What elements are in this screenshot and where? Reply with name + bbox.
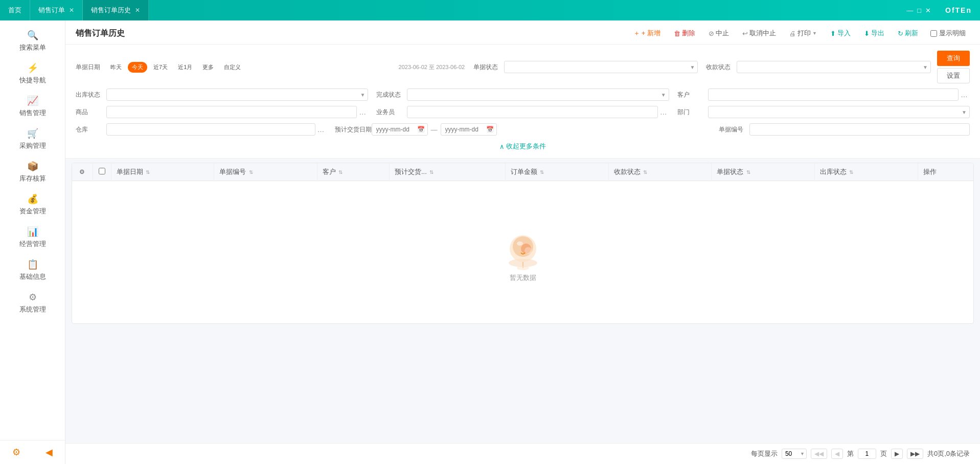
warehouse-input[interactable] — [106, 123, 315, 136]
date-chip-custom[interactable]: 自定义 — [220, 62, 245, 73]
th-order-amount-label: 订单金额 — [511, 168, 537, 175]
sidebar-item-purchase[interactable]: 🛒 采购管理 — [0, 123, 65, 156]
quick-nav-icon: ⚡ — [27, 62, 38, 74]
th-order-amount[interactable]: 订单金额 ⇅ — [505, 163, 608, 181]
date-chip-more[interactable]: 更多 — [198, 62, 218, 73]
prev-page-button[interactable]: ◀ — [831, 449, 843, 459]
export-button[interactable]: ⬇ 导出 — [859, 27, 890, 40]
next-page-button[interactable]: ▶ — [891, 449, 903, 459]
salesperson-dots-icon[interactable]: … — [658, 108, 669, 116]
sidebar-item-finance[interactable]: 💰 资金管理 — [0, 188, 65, 221]
receipt-status-select-wrapper: ▼ — [737, 61, 931, 73]
sidebar-item-label-basic: 基础信息 — [19, 272, 46, 281]
warehouse-dots-icon[interactable]: … — [315, 125, 327, 134]
sidebar-item-operations[interactable]: 📊 经营管理 — [0, 221, 65, 254]
print-button[interactable]: 🖨 打印 ▼ — [784, 27, 822, 40]
warehouse-filter: 仓库 … — [76, 123, 327, 136]
window-close-icon[interactable]: ✕ — [925, 7, 931, 14]
collapse-button[interactable]: ∧ 收起更多条件 — [499, 141, 546, 152]
sidebar-item-basic-info[interactable]: 📋 基础信息 — [0, 254, 65, 286]
th-receipt-status[interactable]: 收款状态 ⇅ — [608, 163, 712, 181]
th-bill-no[interactable]: 单据编号 ⇅ — [214, 163, 317, 181]
topbar: 首页 销售订单 ✕ 销售订单历史 ✕ — □ ✕ OfTEn — [0, 0, 980, 20]
date-range-dash: — — [431, 126, 438, 134]
tab-sales-history-close[interactable]: ✕ — [135, 7, 140, 14]
sidebar-item-label-search: 搜索菜单 — [19, 43, 46, 52]
th-bill-date-label: 单据日期 — [117, 168, 143, 175]
select-all-checkbox[interactable] — [99, 168, 105, 174]
tab-sales-order-label: 销售订单 — [38, 6, 65, 15]
salesperson-input[interactable] — [407, 106, 657, 118]
customer-label: 客户 — [677, 91, 708, 99]
new-label: + 新增 — [642, 29, 660, 38]
customer-dots-icon[interactable]: … — [959, 91, 970, 99]
product-label: 商品 — [76, 108, 106, 117]
th-bill-date[interactable]: 单据日期 ⇅ — [111, 163, 214, 181]
th-customer[interactable]: 客户 ⇅ — [317, 163, 389, 181]
tab-sales-order-close[interactable]: ✕ — [69, 7, 74, 14]
product-input[interactable] — [106, 106, 357, 118]
expected-date-from[interactable] — [372, 123, 428, 136]
new-button[interactable]: ＋ + 新增 — [628, 27, 666, 40]
department-select[interactable] — [708, 106, 970, 118]
date-chip-1month[interactable]: 近1月 — [174, 62, 196, 73]
sidebar-item-label-system: 系统管理 — [19, 305, 46, 314]
query-button[interactable]: 查询 — [937, 51, 970, 66]
refresh-label: 刷新 — [905, 29, 918, 38]
bill-status-select[interactable] — [504, 61, 698, 73]
date-chip-today[interactable]: 今天 — [128, 62, 147, 73]
stop-icon: ⊘ — [709, 30, 714, 37]
warehouse-label: 仓库 — [76, 125, 106, 134]
pagination: 每页显示 50 20 100 200 ▼ ◀◀ ◀ 第 页 ▶ ▶▶ 共0页,0… — [65, 443, 980, 464]
th-check[interactable] — [93, 163, 111, 181]
sidebar-item-sales[interactable]: 📈 销售管理 — [0, 90, 65, 123]
sidebar-item-inventory[interactable]: 📦 库存核算 — [0, 156, 65, 188]
filter-settings-button[interactable]: 设置 — [937, 68, 970, 83]
operations-icon: 📊 — [27, 226, 38, 237]
th-out-status[interactable]: 出库状态 ⇅ — [815, 163, 918, 181]
delete-label: 删除 — [682, 29, 695, 38]
tab-sales-order[interactable]: 销售订单 ✕ — [30, 0, 83, 20]
date-chip-yesterday[interactable]: 昨天 — [106, 62, 126, 73]
maximize-icon[interactable]: □ — [917, 7, 921, 14]
sidebar-settings-icon[interactable]: ⚙ — [12, 447, 20, 458]
stop-button[interactable]: ⊘ 中止 — [703, 27, 734, 40]
th-expected-date[interactable]: 预计交货... ⇅ — [389, 163, 505, 181]
display-toggle[interactable]: 显示明细 — [926, 27, 970, 40]
bill-no-filter: 单据编号 — [719, 123, 970, 136]
first-page-button[interactable]: ◀◀ — [811, 449, 827, 459]
salesperson-label: 业务员 — [376, 108, 407, 117]
th-settings[interactable]: ⚙ — [72, 163, 93, 181]
sidebar-item-search-menu[interactable]: 🔍 搜索菜单 — [0, 25, 65, 57]
tab-home[interactable]: 首页 — [0, 0, 30, 20]
minimize-icon[interactable]: — — [906, 7, 913, 14]
refresh-button[interactable]: ↻ 刷新 — [893, 27, 923, 40]
customer-input[interactable] — [708, 89, 959, 101]
expected-date-to[interactable] — [441, 123, 497, 136]
delete-button[interactable]: 🗑 删除 — [669, 27, 700, 40]
page-size-select[interactable]: 50 20 100 200 — [782, 449, 807, 459]
receipt-status-select[interactable] — [737, 61, 931, 73]
print-arrow-icon: ▼ — [812, 31, 817, 36]
out-status-select[interactable] — [106, 89, 368, 101]
empty-cell: 暂无数据 — [72, 181, 973, 324]
th-out-status-label: 出库状态 — [820, 168, 847, 175]
import-button[interactable]: ⬆ 导入 — [825, 27, 856, 40]
sidebar-item-label-quick: 快捷导航 — [19, 76, 46, 85]
sidebar-collapse-icon[interactable]: ◀ — [45, 447, 53, 458]
tab-sales-history-label: 销售订单历史 — [91, 6, 131, 15]
page-input[interactable] — [858, 449, 876, 459]
sidebar-item-quick-nav[interactable]: ⚡ 快捷导航 — [0, 57, 65, 90]
bill-no-input[interactable] — [749, 123, 970, 136]
cancel-stop-button[interactable]: ↩ 取消中止 — [737, 27, 781, 40]
tab-sales-history[interactable]: 销售订单历史 ✕ — [83, 0, 149, 20]
complete-status-select[interactable] — [407, 89, 669, 101]
import-label: 导入 — [837, 29, 851, 38]
product-dots-icon[interactable]: … — [357, 108, 368, 116]
sidebar-item-system[interactable]: ⚙ 系统管理 — [0, 286, 65, 319]
empty-text: 暂无数据 — [510, 273, 536, 282]
date-chip-7days[interactable]: 近7天 — [149, 62, 172, 73]
last-page-button[interactable]: ▶▶ — [907, 449, 923, 459]
display-checkbox[interactable] — [930, 30, 937, 37]
th-bill-status[interactable]: 单据状态 ⇅ — [712, 163, 815, 181]
